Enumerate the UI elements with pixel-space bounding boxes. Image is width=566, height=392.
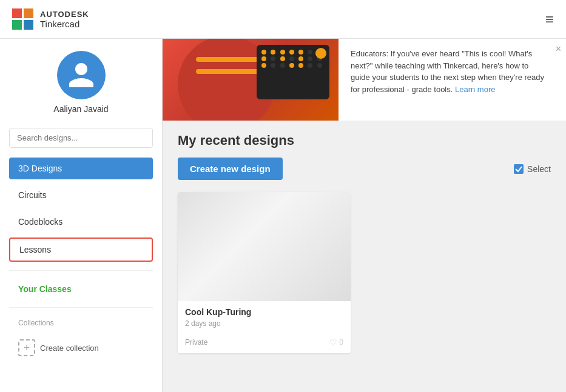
create-collection-label: Create collection — [40, 344, 99, 353]
your-classes-label[interactable]: Your Classes — [9, 279, 153, 299]
banner-image — [163, 39, 339, 121]
search-input[interactable] — [9, 128, 153, 148]
card-info: Cool Kup-Turing 2 days ago — [178, 301, 351, 334]
design-card[interactable]: Cool Kup-Turing 2 days ago Private ♡ 0 — [178, 192, 351, 353]
checkmark-icon — [515, 165, 522, 173]
divider — [9, 270, 153, 271]
logo-i-cell — [24, 8, 33, 18]
sidebar-item-codeblocks[interactable]: Codeblocks — [9, 211, 153, 233]
header: AUTODESK Tinkercad ≡ — [0, 0, 566, 39]
content-area: Educators: If you've ever heard "This is… — [163, 39, 566, 392]
designs-grid: Cool Kup-Turing 2 days ago Private ♡ 0 — [178, 192, 551, 353]
card-title: Cool Kup-Turing — [185, 307, 343, 317]
avatar — [57, 51, 106, 99]
learn-more-link[interactable]: Learn more — [455, 85, 495, 94]
divider2 — [9, 307, 153, 308]
banner-text: Educators: If you've ever heard "This is… — [339, 39, 566, 121]
logo-n-cell — [12, 20, 22, 30]
educator-banner: Educators: If you've ever heard "This is… — [163, 39, 566, 121]
banner-message: Educators: If you've ever heard "This is… — [351, 49, 544, 94]
sidebar-item-lessons[interactable]: Lessons — [9, 238, 153, 262]
username: Aaliyan Javaid — [53, 104, 108, 114]
collections-label: Collections — [9, 316, 153, 330]
logo-container: AUTODESK Tinkercad — [12, 8, 89, 30]
heart-icon: ♡ — [329, 337, 337, 347]
section-title: My recent designs — [178, 133, 551, 148]
sidebar-item-3d-designs[interactable]: 3D Designs — [9, 158, 153, 179]
card-privacy: Private — [185, 338, 207, 347]
avatar-container: Aaliyan Javaid — [9, 51, 153, 114]
card-likes: ♡ 0 — [329, 337, 343, 347]
designs-section: My recent designs Create new design Sele… — [163, 121, 566, 365]
logo-text: AUTODESK Tinkercad — [40, 10, 89, 29]
select-label: Select — [527, 164, 551, 174]
logo-t-cell — [12, 8, 22, 18]
collection-icon: + — [18, 339, 35, 356]
logo-k-cell — [24, 20, 33, 30]
card-thumbnail — [178, 192, 351, 301]
user-icon — [66, 60, 96, 90]
card-date: 2 days ago — [185, 319, 343, 328]
card-footer: Private ♡ 0 — [178, 334, 351, 353]
hamburger-menu-button[interactable]: ≡ — [545, 11, 554, 28]
create-new-design-button[interactable]: Create new design — [178, 158, 283, 180]
logo-tinkercad: Tinkercad — [40, 19, 89, 29]
close-banner-button[interactable]: × — [556, 44, 561, 55]
logo-autodesk: AUTODESK — [40, 10, 89, 19]
sidebar: Aaliyan Javaid 3D Designs Circuits Codeb… — [0, 39, 163, 392]
main-container: Aaliyan Javaid 3D Designs Circuits Codeb… — [0, 39, 566, 392]
sidebar-item-circuits[interactable]: Circuits — [9, 184, 153, 206]
action-bar: Create new design Select — [178, 158, 551, 180]
create-collection-button[interactable]: + Create collection — [9, 334, 153, 361]
select-checkbox — [514, 164, 524, 174]
logo-grid — [12, 8, 34, 30]
select-container[interactable]: Select — [514, 164, 551, 174]
